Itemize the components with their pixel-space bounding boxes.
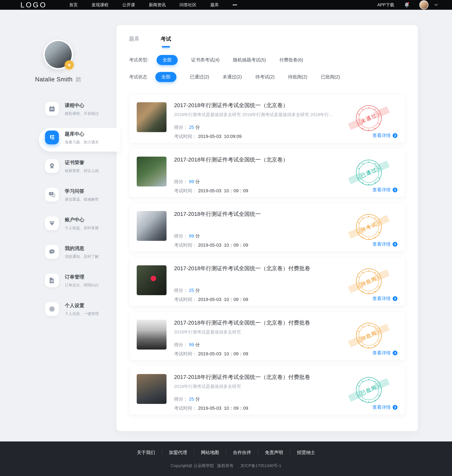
svg-text:★: ★ <box>378 177 380 179</box>
chevron-down-icon[interactable] <box>433 2 439 7</box>
sidebar-item-icon <box>45 216 59 230</box>
view-detail-label: 查看详情 <box>372 350 391 356</box>
footer-link[interactable]: 加盟代理 <box>162 449 194 456</box>
footer-links: 关于我们 加盟代理 网站地图 合作伙伴 免责声明 招贤纳士 <box>130 449 322 456</box>
exam-card[interactable]: 2017-2018年行测证件考试全国统一（北京卷）付费批卷 2018年行测考试是… <box>129 366 405 415</box>
nav-item[interactable]: 题库 <box>210 2 219 8</box>
svg-text:★: ★ <box>368 378 370 381</box>
status-stamp: ★ ★ ★ ★ ★ ★ ★ ★ ★ ★ <box>354 158 383 187</box>
view-detail-link[interactable]: 查看详情 <box>372 241 398 247</box>
sidebar-menu-item[interactable]: 证书荣誉 收获荣誉、持证上岗 <box>0 159 116 178</box>
stamp-label: 已通过 <box>360 167 378 179</box>
footer-link[interactable]: 关于我们 <box>130 449 162 456</box>
exam-time-label: 考试时间： <box>174 406 197 411</box>
exam-card-list: 2017-2018年行测证件考试全国统一（北京卷） 2018年行测考试是最值得多… <box>129 94 405 415</box>
footer-link[interactable]: 免责声明 <box>258 449 290 456</box>
svg-text:★: ★ <box>374 163 376 165</box>
status-stamp: ★ ★ ★ ★ ★ ★ ★ ★ ★ ★ <box>354 375 383 405</box>
score-label: 得分： <box>174 179 188 184</box>
filter-option[interactable]: 未通过(2) <box>223 72 242 82</box>
footer-link[interactable]: 招贤纳士 <box>290 449 322 456</box>
qr-code-icon[interactable] <box>75 76 81 82</box>
stamp-label: 未通过 <box>360 112 378 124</box>
sidebar-menu-item[interactable]: ? 学习问答 课后重温、疑难解答 <box>0 188 116 207</box>
time-row: 考试时间： 2019-05-03 10：09：09 <box>174 351 248 357</box>
sidebar-menu-item[interactable]: 订单管理 订单支出、明明白白 <box>0 273 116 292</box>
filter-option[interactable]: 已批阅(2) <box>321 72 340 82</box>
score-value: 99 <box>189 233 194 238</box>
exam-time-value: 2019-05-03 10：09：09 <box>198 406 248 411</box>
svg-text:★: ★ <box>368 106 370 109</box>
page: LOGO 首页 发现课程 公开课 新闻资讯 问答社区 题库 ••• APP下载 <box>0 0 452 476</box>
exam-thumbnail <box>137 102 166 132</box>
svg-text:★: ★ <box>358 167 360 170</box>
view-detail-link[interactable]: 查看详情 <box>372 295 398 302</box>
exam-time-label: 考试时间： <box>174 351 197 356</box>
svg-text:★: ★ <box>362 345 364 347</box>
tab[interactable]: 题库 <box>129 35 139 48</box>
sidebar-item-icon <box>45 159 59 173</box>
exam-card[interactable]: 2017-2018年行测证件考试全国统一（北京卷） 2018年行测考试是最值得多… <box>129 94 405 143</box>
nav-item[interactable]: 首页 <box>69 2 78 8</box>
tab-label: 题库 <box>129 35 139 42</box>
main: 题库 考试 考试类型: <box>116 10 452 442</box>
filter-option[interactable]: 全部 <box>157 55 178 65</box>
view-detail-link[interactable]: 查看详情 <box>372 350 398 356</box>
stamp-label: 待批阅 <box>360 330 378 342</box>
exam-time-value: 2019-05-03 10：09：09 <box>198 188 248 193</box>
tab[interactable]: 考试 <box>160 35 171 48</box>
filter-option[interactable]: 全部 <box>155 72 176 82</box>
sidebar-menu-item[interactable]: 账户中心 个人权益、实时掌握 <box>0 216 116 235</box>
exam-card[interactable]: 2017-2018年行测证件考试全国统一（北京卷）付费批卷 得分： 25 分 考… <box>129 257 405 306</box>
exam-card[interactable]: 2017-2018年行测证件考试全国统一（北京卷） 得分： 99 分 考试时间：… <box>129 149 405 197</box>
notification-bell-icon[interactable] <box>403 1 410 8</box>
filter-option[interactable]: 待考试(2) <box>255 72 274 82</box>
nav-item[interactable]: ••• <box>233 2 237 7</box>
filter-option[interactable]: 待批阅(2) <box>288 72 307 82</box>
arrow-circle-icon <box>392 133 398 138</box>
filter-row-exam-status: 考试状态 全部 已通过(2) 未通过(2) 待考试(2) <box>129 72 405 82</box>
filter-option[interactable]: 付费批卷(6) <box>279 55 303 65</box>
footer-link[interactable]: 网站地图 <box>194 449 226 456</box>
exam-card-body: 2017-2018年行测证件考试全国统一 得分： 99 分 考试时间： 2019… <box>174 210 398 245</box>
nav-item[interactable]: 发现课程 <box>92 2 108 8</box>
sidebar-menu-item[interactable]: 题库中心 海量习题、助力通关 <box>0 130 116 150</box>
view-detail-link[interactable]: 查看详情 <box>372 187 398 193</box>
sidebar-menu-item[interactable]: 我的消息 消息通知、及时了解 <box>0 245 116 264</box>
exam-card[interactable]: 2017-2018年行测证件考试全国统一 得分： 99 分 考试时间： 2019… <box>129 203 405 252</box>
nav-item[interactable]: 问答社区 <box>179 2 197 8</box>
exam-time-value: 2019-05-03 10：09：09 <box>198 351 248 356</box>
svg-text:★: ★ <box>368 129 370 131</box>
svg-text:★: ★ <box>368 269 370 272</box>
exam-card-body: 2017-2018年行测证件考试全国统一（北京卷）付费批卷 2018年行测考试是… <box>174 319 398 353</box>
status-stamp: ★ ★ ★ ★ ★ ★ ★ ★ ★ ★ <box>354 267 383 296</box>
sidebar-menu-item[interactable]: 个人设置 个人信息、一键管理 <box>0 302 116 321</box>
time-row: 考试时间： 2019-05-03 10：09：09 <box>174 242 248 248</box>
exam-card[interactable]: 2017-2018年行测证件考试全国统一（北京卷）付费批卷 2018年行测考试是… <box>129 312 405 360</box>
exam-description: 2018年行测考试是最值得多去研究 2018年行测考试是最值得多去研究 2018… <box>174 112 344 118</box>
filter-option[interactable]: 随机抽题考试(5) <box>233 55 266 65</box>
app-download-link[interactable]: APP下载 <box>377 2 394 8</box>
nav-item[interactable]: 新闻资讯 <box>149 2 166 8</box>
filter-option[interactable]: 已通过(2) <box>190 72 209 82</box>
view-detail-link[interactable]: 查看详情 <box>372 132 398 139</box>
sidebar-item-text: 证书荣誉 收获荣誉、持证上岗 <box>65 159 99 173</box>
profile-avatar[interactable] <box>43 40 73 69</box>
view-detail-link[interactable]: 查看详情 <box>372 404 398 410</box>
footer-link[interactable]: 合作伙伴 <box>226 449 258 456</box>
arrow-circle-icon <box>392 296 398 301</box>
sidebar-item-text: 课程中心 精彩课程、不容错过 <box>65 102 99 116</box>
filter-option[interactable]: 证书类考试(4) <box>191 55 219 65</box>
score-value: 25 <box>189 125 194 130</box>
nav-item[interactable]: 公开课 <box>122 2 135 8</box>
logo[interactable]: LOGO <box>20 1 47 9</box>
svg-text:★: ★ <box>362 326 364 328</box>
sidebar-item-subtitle: 订单支出、明明白白 <box>65 283 99 288</box>
user-avatar[interactable] <box>419 0 428 9</box>
sidebar-menu-item[interactable]: 课程中心 精彩课程、不容错过 <box>0 102 116 121</box>
sidebar-item-subtitle: 收获荣誉、持证上岗 <box>65 168 99 173</box>
score-label: 得分： <box>174 396 188 401</box>
svg-text:★: ★ <box>374 217 376 219</box>
svg-text:★: ★ <box>358 330 360 333</box>
top-nav: LOGO 首页 发现课程 公开课 新闻资讯 问答社区 题库 ••• APP下载 <box>0 0 452 10</box>
